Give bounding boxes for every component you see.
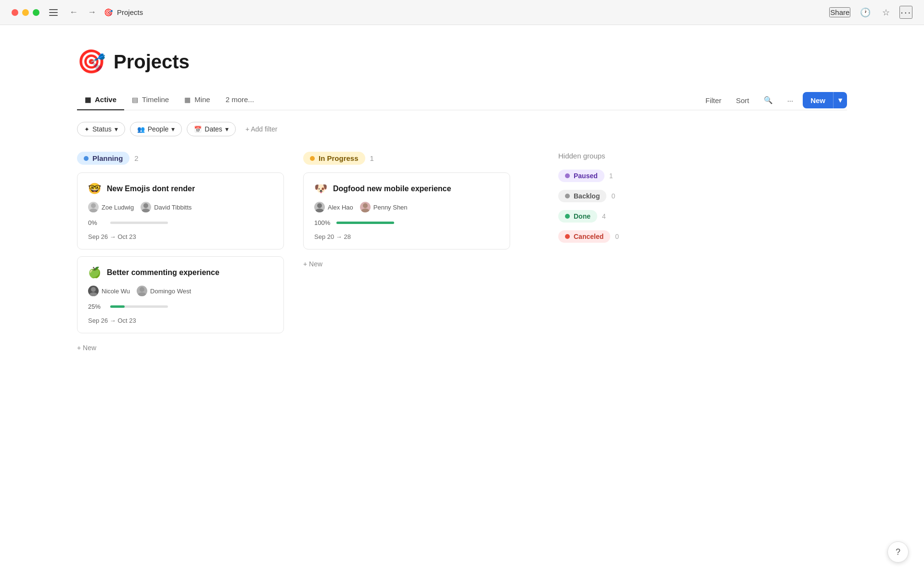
card-commenting-title: Better commenting experience	[107, 268, 219, 277]
card-new-emojis-title: New Emojis dont render	[107, 184, 195, 193]
toolbar-more-button[interactable]: ···	[783, 93, 798, 107]
filter-button[interactable]: Filter	[701, 93, 726, 107]
traffic-light-green[interactable]	[33, 9, 39, 16]
person-alex-name: Alex Hao	[328, 204, 353, 211]
hidden-group-backlog: Backlog 0	[558, 190, 664, 202]
canceled-count: 0	[615, 233, 619, 240]
status-filter-label: Status	[92, 125, 112, 133]
add-filter-button[interactable]: + Add filter	[241, 122, 282, 136]
more-options-button[interactable]: ···	[899, 6, 912, 19]
tab-more-label: 2 more...	[226, 95, 254, 104]
person-penny: Penny Shen	[360, 202, 408, 212]
person-zoe-name: Zoe Ludwig	[102, 204, 134, 211]
sort-button[interactable]: Sort	[731, 93, 754, 107]
traffic-light-red[interactable]	[12, 9, 18, 16]
canceled-dot	[565, 234, 570, 239]
inprogress-badge: In Progress	[303, 152, 365, 165]
backlog-count: 0	[611, 192, 615, 200]
search-button[interactable]: 🔍	[759, 93, 778, 107]
progress-bar-fill-25	[110, 305, 125, 308]
svg-point-3	[141, 209, 150, 212]
done-badge[interactable]: Done	[558, 210, 597, 223]
hidden-groups-panel: Hidden groups Paused 1 Backlog 0 Done	[558, 152, 664, 250]
tab-active[interactable]: ▦ Active	[77, 91, 124, 110]
tab-mine-label: Mine	[194, 95, 210, 104]
card-new-emojis-icon: 🤓	[88, 183, 101, 195]
card-dogfood-title: Dogfood new mobile experience	[333, 184, 451, 193]
page: 🎯 Projects ▦ Active ▤ Timeline ▦ Mine 2 …	[0, 25, 924, 384]
card-commenting-progress: 25%	[88, 303, 273, 310]
tab-timeline[interactable]: ▤ Timeline	[124, 91, 177, 110]
card-commenting-dates: Sep 26 → Oct 23	[88, 317, 273, 324]
progress-bar-fill-100	[336, 222, 394, 224]
titlebar-title: 🎯 Projects	[104, 8, 143, 17]
person-alex: Alex Hao	[314, 202, 353, 212]
traffic-lights	[12, 9, 39, 16]
hidden-group-canceled: Canceled 0	[558, 230, 664, 243]
new-button[interactable]: New ▾	[803, 92, 847, 108]
backlog-dot	[565, 194, 570, 198]
planning-new-button[interactable]: + New	[77, 340, 96, 355]
card-new-emojis-dates: Sep 26 → Oct 23	[88, 233, 273, 240]
card-new-emojis-title-row: 🤓 New Emojis dont render	[88, 183, 273, 195]
tab-active-label: Active	[95, 95, 116, 104]
progress-bar-bg-25	[110, 305, 168, 308]
avatar-penny	[360, 202, 371, 212]
help-button[interactable]: ?	[887, 541, 909, 563]
svg-point-8	[317, 203, 322, 208]
avatar-nicole	[88, 286, 99, 296]
inprogress-new-button[interactable]: + New	[303, 256, 322, 272]
planning-count: 2	[134, 154, 138, 162]
status-filter-chevron: ▾	[115, 125, 118, 133]
done-label: Done	[574, 212, 590, 220]
back-button[interactable]: ←	[67, 5, 80, 19]
history-button[interactable]: 🕐	[858, 5, 873, 20]
progress-pct-0: 0%	[88, 219, 104, 226]
paused-badge[interactable]: Paused	[558, 170, 604, 182]
status-filter-button[interactable]: ✦ Status ▾	[77, 122, 125, 136]
tabs-toolbar: Filter Sort 🔍 ··· New ▾	[701, 92, 847, 108]
paused-label: Paused	[574, 172, 598, 180]
forward-button[interactable]: →	[86, 5, 98, 19]
dates-filter-label: Dates	[205, 125, 222, 133]
tab-timeline-label: Timeline	[142, 95, 169, 104]
person-nicole-name: Nicole Wu	[102, 288, 130, 295]
svg-point-4	[91, 287, 96, 292]
people-filter-label: People	[148, 125, 169, 133]
titlebar-icon: 🎯	[104, 8, 113, 17]
done-count: 4	[602, 212, 606, 220]
people-filter-button[interactable]: 👥 People ▾	[130, 122, 182, 136]
star-button[interactable]: ☆	[880, 5, 892, 20]
card-dogfood-people: Alex Hao Penny Shen	[314, 202, 499, 212]
tab-mine[interactable]: ▦ Mine	[177, 91, 218, 110]
column-planning-header: Planning 2	[77, 152, 284, 165]
hamburger-button[interactable]	[45, 5, 62, 20]
svg-point-11	[361, 209, 370, 212]
svg-point-9	[315, 209, 324, 212]
people-filter-icon: 👥	[137, 126, 145, 133]
person-domingo-name: Domingo West	[150, 288, 191, 295]
column-inprogress: In Progress 1 🐶 Dogfood new mobile exper…	[303, 152, 510, 272]
dates-filter-button[interactable]: 📅 Dates ▾	[187, 122, 236, 136]
backlog-badge[interactable]: Backlog	[558, 190, 606, 202]
new-button-arrow[interactable]: ▾	[833, 92, 847, 108]
inprogress-badge-label: In Progress	[319, 154, 359, 162]
tab-active-icon: ▦	[85, 96, 91, 104]
person-nicole: Nicole Wu	[88, 286, 130, 296]
planning-badge: Planning	[77, 152, 129, 165]
tab-more[interactable]: 2 more...	[218, 91, 262, 110]
card-new-emojis: 🤓 New Emojis dont render Zoe Ludwig	[77, 172, 284, 250]
done-dot	[565, 214, 570, 219]
inprogress-count: 1	[370, 154, 374, 162]
canceled-badge[interactable]: Canceled	[558, 230, 610, 243]
card-dogfood: 🐶 Dogfood new mobile experience Alex Hao	[303, 172, 510, 250]
column-inprogress-header: In Progress 1	[303, 152, 510, 165]
person-domingo: Domingo West	[137, 286, 191, 296]
status-filter-icon: ✦	[84, 126, 90, 133]
traffic-light-yellow[interactable]	[22, 9, 29, 16]
share-button[interactable]: Share	[829, 7, 850, 17]
backlog-label: Backlog	[574, 192, 600, 200]
titlebar-left: ← → 🎯 Projects	[12, 5, 143, 20]
card-commenting-title-row: 🍏 Better commenting experience	[88, 266, 273, 279]
svg-point-0	[91, 203, 96, 208]
